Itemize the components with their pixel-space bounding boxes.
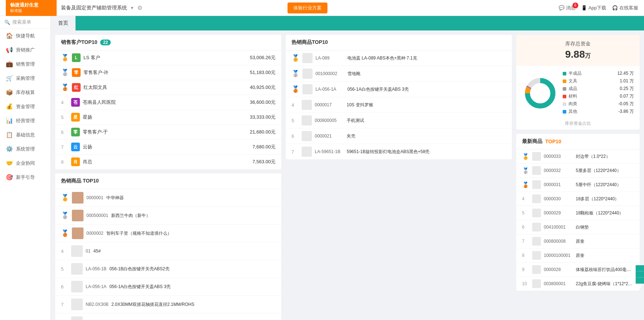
hot-products-title: 热销商品 TOP10 <box>55 173 281 189</box>
new-product-code: 000800008 <box>544 239 573 244</box>
hot-product-row: 🥈 000500001 新西兰牛肉（新牛） <box>55 207 281 225</box>
sidebar-label-system: 系统管理 <box>16 146 35 152</box>
float-button[interactable]: 客服热线 <box>636 265 644 271</box>
product-rank-row: 6 0000021 夹壳 <box>286 128 512 144</box>
search-label: 搜索菜单 <box>12 19 31 25</box>
customer-name: 红太阳文具 <box>83 84 247 91</box>
trial-button[interactable]: 体验行业方案 <box>288 3 327 13</box>
inventory-icon: 📦 <box>6 89 13 96</box>
sidebar-search[interactable]: 🔍 搜索菜单 <box>0 16 50 29</box>
sidebar-label-inventory: 库存核算 <box>16 89 35 96</box>
rank-number: 5 <box>522 210 529 216</box>
logo-sub: 标准版 <box>10 8 38 13</box>
gold-medal-icon: 🏅 <box>292 54 299 62</box>
rank-number: 4 <box>522 196 529 201</box>
sidebar-label-purchase: 采购管理 <box>16 75 35 82</box>
product-ranking-label: 热销商品TOP10 <box>292 39 328 46</box>
legend-list: 半成品 12.45 万 文具 1.01 万 成品 0.25 万 材料 0.07 … <box>563 70 634 116</box>
new-product-image <box>532 279 541 288</box>
new-product-name: 5厘中纤（1220*2440） <box>576 182 634 188</box>
sidebar-item-operations[interactable]: 📊 经营管理 <box>0 114 50 128</box>
rank-number: 6 <box>292 134 299 139</box>
customer-amount: 21,680.00元 <box>250 129 276 135</box>
rank-number: 7 <box>61 302 68 307</box>
hot-products-label: 热销商品 TOP10 <box>61 178 99 184</box>
legend-dot <box>563 79 566 83</box>
customer-badge-avatar: 星 <box>71 113 80 122</box>
new-product-name: 18颗粒板（1220*2440） <box>576 210 634 216</box>
newest-product-row: 4 0000030 18多层（1220*2440） <box>516 192 640 206</box>
legend-item: 文具 1.01 万 <box>563 78 634 84</box>
float-button[interactable]: 服务社区 <box>636 271 644 278</box>
hot-product-row: 6 LA-056-1A 056-1A白色按键开关盖ABS 3壳 <box>55 278 281 296</box>
newest-product-row: 🏅 0000033 封边带（1.0*22） <box>516 149 640 164</box>
sidebar-item-basic-info[interactable]: 📋 基础信息 <box>0 128 50 142</box>
sidebar-item-sales[interactable]: 💼 销售管理 <box>0 57 50 71</box>
customer-rank-row: 🏅 L LS 客户 53,006.26元 <box>55 50 281 65</box>
customer-rank-row: 5 星 星扬 33,333.00元 <box>55 110 281 125</box>
hot-products-panel: 热销商品 TOP10 🏅 0000001 中华神器 🥈 000500001 新西… <box>55 173 281 320</box>
hot-products-list: 🏅 0000001 中华神器 🥈 000500001 新西兰牛肉（新牛） 🥉 0… <box>55 189 281 320</box>
hot-product-code: LA-056-1B <box>86 266 106 271</box>
newest-product-row: 6 004100001 白钢垫 <box>516 220 640 234</box>
new-product-image <box>532 166 541 175</box>
new-product-name: 体臻荔枝味苏打饮品400毫升（1*15） <box>576 267 634 273</box>
hot-product-name: 2.0X30MM双搓花轴搓花直径2.1MM/ROHS <box>111 301 276 308</box>
new-product-image <box>532 251 541 260</box>
legend-name: 材料 <box>568 93 617 99</box>
sidebar-item-purchase[interactable]: 🛒 采购管理 <box>0 71 50 85</box>
customer-ranking-label: 销售客户TOP10 <box>61 39 97 46</box>
app-download-button[interactable]: 📱 App下载 <box>581 5 606 11</box>
bronze-medal-icon: 🥉 <box>61 83 69 91</box>
dropdown-arrow-icon[interactable]: ▼ <box>130 5 134 11</box>
legend-item: 成品 0.25 万 <box>563 86 634 92</box>
product-ranking-panel: 热销商品TOP10 🏅 LA-089 电池盖 LA-089 ABS本色+黑种 7… <box>286 35 512 159</box>
hot-product-name: 45# <box>93 249 276 254</box>
product-image <box>302 147 312 157</box>
legend-name: 其他 <box>568 108 616 115</box>
sidebar-item-inventory[interactable]: 📦 库存核算 <box>0 85 50 99</box>
hot-product-row: 7 NB2.0X30B 2.0X30MM双搓花轴搓花直径2.1MM/ROHS <box>55 296 281 313</box>
new-product-image <box>532 237 541 246</box>
sidebar-item-collab[interactable]: 🤝 企业协同 <box>0 156 50 170</box>
product-rank-row: 5 000800005 手机测试 <box>286 113 512 128</box>
newest-product-row: 🥉 0000031 5厘中纤（1220*2440） <box>516 178 640 192</box>
hot-product-row: 🏅 0000001 中华神器 <box>55 189 281 207</box>
customer-name: 肖总 <box>83 159 249 165</box>
legend-value: -0.05 万 <box>618 101 634 107</box>
rank-number: 7 <box>522 239 529 244</box>
new-product-image <box>532 209 541 217</box>
gear-icon[interactable]: ⚙ <box>137 4 142 11</box>
rank-number: 4 <box>292 102 299 108</box>
customer-name: 星扬 <box>83 114 247 120</box>
headset-icon: 🎧 <box>612 5 618 11</box>
product-name: 手机测试 <box>347 118 506 124</box>
newest-product-row: 10 003800001 22g鱼豆腐-烧烤味（1*12*20） <box>516 277 640 291</box>
new-product-name: 封边带（1.0*22） <box>576 153 634 160</box>
sidebar-item-finance[interactable]: 💰 资金管理 <box>0 99 50 114</box>
hot-product-row: 4 01 45# <box>55 242 281 260</box>
home-icon: 🏠 <box>6 32 13 39</box>
new-product-code: 0000033 <box>544 154 573 159</box>
customer-rank-row: 8 肖 肖总 7,563.00元 <box>55 155 281 169</box>
hot-product-name: 中华神器 <box>106 195 276 201</box>
new-product-code: 003800001 <box>544 281 573 286</box>
sidebar-item-system[interactable]: ⚙️ 系统管理 <box>0 142 50 156</box>
tab-home[interactable]: 首页 <box>51 16 76 30</box>
sidebar-item-newbie[interactable]: 🎯 新手引导 <box>0 170 50 184</box>
product-name: 056-1A白色按键开关盖ABS 3壳 <box>347 86 506 93</box>
newest-product-row: 7 000800008 原奎 <box>516 234 640 249</box>
sidebar-label-newbie: 新手引导 <box>16 174 35 181</box>
message-button[interactable]: 💬 消息 6 <box>559 5 575 11</box>
page-content: 销售客户TOP10 22 🏅 L LS 客户 53,006.26元 🥈 零 零售… <box>51 30 644 320</box>
new-product-name: 5厘多层（1220*2440） <box>576 168 634 174</box>
system-name: 装备及固定资产辅助管理系统 <box>61 5 127 11</box>
customer-rank-row: 🥉 红 红太阳文具 40,925.00元 <box>55 80 281 95</box>
new-product-code: 10000100001 <box>544 253 573 258</box>
sidebar-item-marketing[interactable]: 📢 营销推广 <box>0 43 50 57</box>
sidebar-item-quick-nav[interactable]: 🏠 快捷导航 <box>0 29 50 43</box>
sidebar-label-operations: 经营管理 <box>16 118 35 124</box>
product-code: LA-056-1A <box>315 87 345 92</box>
online-service-button[interactable]: 🎧 在线客服 <box>612 5 638 11</box>
float-button[interactable]: 直播 <box>636 278 644 284</box>
